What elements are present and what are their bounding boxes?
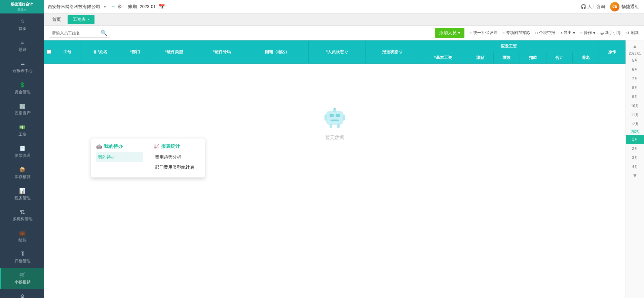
sidebar-item-label: 结账 <box>18 237 27 243</box>
svg-rect-1 <box>330 114 334 117</box>
search-box[interactable]: 🔍 <box>49 28 109 38</box>
th-id-number: *证件号码 <box>198 41 246 64</box>
popup-col-report: 📈 报表统计 费用趋势分析 部门费用类型统计表 <box>153 143 200 172</box>
refresh-btn[interactable]: ↺ 刷新 <box>626 30 639 36</box>
search-icon: 🔍 <box>101 30 107 36</box>
year-header: 2023.01 <box>628 51 642 56</box>
export-label: 导出 <box>564 30 572 36</box>
dropdown-popup: 🤖 我的待办 我的待办 📈 报表统计 费用趋势分析 部门费用类型统计表 <box>91 138 205 178</box>
th-operation: 操作 <box>599 41 626 64</box>
tax-report-btn[interactable]: □ 个税申报 <box>535 30 555 36</box>
sales-icon: 🛒 <box>19 272 26 278</box>
calendar-icon[interactable]: 📅 <box>158 3 165 10</box>
th-performance: 绩效 <box>493 52 520 64</box>
sidebar-item-archive-mgmt[interactable]: 🗄 归档管理 <box>0 247 44 268</box>
sidebar-item-settlement[interactable]: 💼 结账 <box>0 226 44 247</box>
svg-rect-8 <box>330 124 332 128</box>
month-item-7[interactable]: 7月 <box>626 74 644 83</box>
select-all-checkbox[interactable] <box>47 49 51 54</box>
sidebar-item-tax-mgmt[interactable]: 📊 税务管理 <box>0 184 44 205</box>
month-item-9[interactable]: 9月 <box>626 92 644 101</box>
sidebar-item-fixed-assets[interactable]: 🏢 固定资产 <box>0 99 44 120</box>
month-item-8[interactable]: 8月 <box>626 83 644 92</box>
report-status-filter-icon[interactable]: ▽ <box>399 50 402 55</box>
popup-divider <box>148 143 148 172</box>
sidebar-item-multi-org[interactable]: 🏗 多机构管理 <box>0 205 44 226</box>
month-sidebar: ▲ 2023.01 5月 6月 7月 8月 9月 10月 11月 12月 202… <box>626 40 644 298</box>
fund-icon: 💲 <box>19 82 26 88</box>
tab-close-icon[interactable]: × <box>87 18 89 22</box>
year-2023-label: 2023 <box>630 129 640 134</box>
th-pension: 养老 <box>572 52 599 64</box>
service-button[interactable]: 🎧 人工咨询 <box>581 4 605 10</box>
new-guide-btn[interactable]: ◎ 新手引导 <box>600 30 621 36</box>
sidebar-item-label: 总账 <box>18 47 27 53</box>
month-item-3[interactable]: 3月 <box>626 153 644 162</box>
tab-salary-label: 工资表 <box>73 16 86 23</box>
sidebar-item-home[interactable]: ⌂ 首页 <box>0 13 44 36</box>
sidebar-item-inventory[interactable]: 📦 库存核算 <box>0 163 44 184</box>
export-btn[interactable]: ↑ 导出 ▾ <box>560 30 575 36</box>
th-name[interactable]: ⇅ *姓名 <box>80 41 120 64</box>
tax-report-label: 个税申报 <box>539 30 555 36</box>
th-allowance: 津贴 <box>467 52 493 64</box>
sidebar-item-salary[interactable]: 💵 工资 <box>0 120 44 141</box>
app-logo: 畅捷通好会计 新版本 <box>0 0 44 13</box>
month-item-4[interactable]: 4月 <box>626 162 644 171</box>
multi-org-icon: 🏗 <box>20 209 25 215</box>
th-person-status[interactable]: *人员状态 ▽ <box>308 41 366 64</box>
settings-icon[interactable]: ⚙ <box>117 3 122 10</box>
sidebar-item-general-ledger[interactable]: ≡ 总账 <box>0 36 44 57</box>
operations-dropdown-icon: ▾ <box>593 31 595 35</box>
sidebar-item-xiao-chang-sales[interactable]: 🛒 小畅报销 <box>0 268 44 289</box>
special-deduct-btn[interactable]: ≡ 专项附加扣除 <box>502 30 530 36</box>
month-item-1[interactable]: 1月 <box>626 135 644 144</box>
sidebar-item-label: 发票管理 <box>14 153 31 159</box>
todo-icon: 🤖 <box>96 144 102 149</box>
search-input[interactable] <box>52 31 99 35</box>
period-value: 2023-01 <box>140 4 156 9</box>
home-icon: ⌂ <box>21 18 24 25</box>
month-nav-down[interactable]: ▼ <box>626 171 644 180</box>
month-item-6[interactable]: 6月 <box>626 65 644 74</box>
sidebar-item-label: 工资 <box>18 132 27 137</box>
cloud-icon: ☁ <box>20 61 25 67</box>
add-person-button[interactable]: 添加人员 ▾ <box>435 28 464 38</box>
month-item-11[interactable]: 11月 <box>626 110 644 120</box>
month-item-2[interactable]: 2月 <box>626 144 644 153</box>
month-item-10[interactable]: 10月 <box>626 101 644 110</box>
th-id-type: *证件类型 <box>150 41 198 64</box>
popup-todo-link[interactable]: 我的待办 <box>96 152 143 162</box>
avatar: CE <box>610 2 619 11</box>
popup-cost-trend-link[interactable]: 费用趋势分析 <box>153 152 200 162</box>
th-deduction: 扣款 <box>520 52 546 64</box>
svg-rect-3 <box>331 120 339 121</box>
person-status-filter-icon[interactable]: ▽ <box>345 50 348 55</box>
sidebar-item-label: 首页 <box>18 26 27 32</box>
sidebar-item-label: 多机构管理 <box>12 216 33 222</box>
app-version: 新版本 <box>17 8 27 12</box>
special-deduct-label: 专项附加扣除 <box>506 30 530 36</box>
sidebar-item-basic-settings[interactable]: ⚙ 基础设置 <box>0 289 44 298</box>
company-dropdown-icon[interactable]: ▼ <box>103 4 107 9</box>
tab-home[interactable]: 首页 <box>47 15 66 24</box>
sidebar-item-label: 库存核算 <box>14 174 31 180</box>
month-item-12[interactable]: 12月 <box>626 120 644 129</box>
social-insurance-icon: ≡ <box>469 31 472 35</box>
user-area[interactable]: CE 畅捷通组 <box>610 2 639 11</box>
refresh-label: 刷新 <box>631 30 639 36</box>
sidebar-item-fund-mgmt[interactable]: 💲 资金管理 <box>0 78 44 99</box>
sidebar-item-cloud-report[interactable]: ☁ 云报表中心 <box>0 57 44 78</box>
th-report-status[interactable]: 报送状态 ▽ <box>366 41 419 64</box>
operations-btn[interactable]: ≡ 操作 ▾ <box>580 30 595 36</box>
month-item-5[interactable]: 5月 <box>626 56 644 65</box>
popup-dept-cost-link[interactable]: 部门费用类型统计表 <box>153 162 200 172</box>
th-checkbox[interactable] <box>44 41 54 64</box>
add-person-dropdown-icon: ▾ <box>458 30 460 35</box>
tab-salary[interactable]: 工资表 × <box>68 15 94 24</box>
add-company-icon[interactable]: + <box>111 3 115 10</box>
popup-todo-title: 🤖 我的待办 <box>96 143 143 150</box>
month-nav-up[interactable]: ▲ <box>626 42 644 51</box>
social-insurance-btn[interactable]: ≡ 统一社保设置 <box>469 30 497 36</box>
sidebar-item-invoice-mgmt[interactable]: 🧾 发票管理 <box>0 141 44 163</box>
